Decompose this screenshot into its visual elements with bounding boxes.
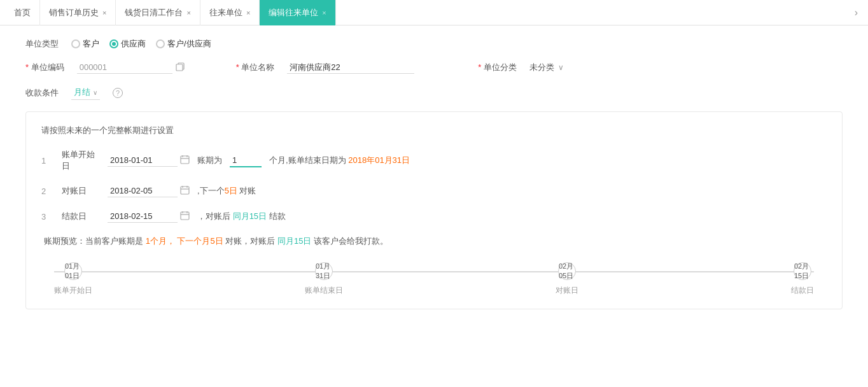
- payment-date-3-input[interactable]: [108, 210, 178, 223]
- unit-classify-label: 单位分类: [478, 62, 517, 73]
- radio-customer[interactable]: 客户: [71, 38, 99, 50]
- timeline-node-2: 02月05日 对账日: [556, 262, 578, 296]
- payment-date-2-wrapper: [108, 185, 190, 197]
- payment-term-select[interactable]: 月结 ∨: [71, 85, 100, 100]
- payment-date-3-wrapper: [108, 210, 190, 223]
- payment-row-3-highlight: 同月15日: [233, 211, 267, 221]
- payment-end-date-highlight: 2018年01月31日: [348, 155, 410, 165]
- unit-code-row: 单位编码 单位名称 单位分类 未分类 ∨: [25, 61, 843, 74]
- tab-cash-ledger[interactable]: 钱货日清工作台 ×: [116, 0, 200, 25]
- preview-label: 账期预览：当前客户账期是: [44, 236, 143, 246]
- radio-customer-supplier-circle: [156, 39, 165, 48]
- calendar-icon-2[interactable]: [180, 185, 190, 197]
- unit-classify-value: 未分类: [529, 62, 554, 73]
- payment-row-1-num: 1: [41, 156, 54, 165]
- payment-row-2-desc: ,下一个5日 对账: [197, 185, 256, 197]
- preview-text: 账期预览：当前客户账期是 1个月， 下一个月5日 对账，对账后 同月15日 该客…: [41, 236, 827, 247]
- unit-type-label: 单位类型: [25, 38, 59, 50]
- radio-supplier-circle: [109, 39, 118, 48]
- svg-rect-0: [176, 64, 183, 71]
- payment-row-3-label: 结款日: [62, 211, 100, 222]
- unit-name-input[interactable]: [287, 61, 414, 74]
- timeline-type-label-0: 账单开始日: [54, 285, 92, 296]
- timeline-nodes: 01月01日 账单开始日 01月31日 账单结束日 02月05日 对账日 02月…: [54, 262, 814, 296]
- timeline-dot-1: 01月31日: [315, 262, 333, 280]
- payment-term-value: 月结: [74, 87, 90, 98]
- unit-code-input[interactable]: [77, 61, 172, 74]
- help-icon[interactable]: ?: [113, 88, 123, 98]
- payment-row-1-unit: 个月,账单结束日期为 2018年01月31日: [269, 155, 410, 166]
- payment-row-2-label: 对账日: [62, 185, 100, 197]
- tabs-arrow-icon[interactable]: ›: [850, 7, 863, 18]
- payment-row-1-label: 账单开始日: [62, 149, 100, 172]
- timeline-node-3: 02月15日 结款日: [791, 262, 814, 296]
- unit-code-copy-icon[interactable]: [175, 62, 185, 74]
- payment-row-1-suffix: 账期为: [197, 155, 222, 166]
- unit-classify-wrapper[interactable]: 未分类 ∨: [529, 62, 564, 73]
- timeline-container: 01月01日 账单开始日 01月31日 账单结束日 02月05日 对账日 02月…: [41, 262, 827, 296]
- close-cash-ledger-icon[interactable]: ×: [186, 9, 190, 17]
- tab-edit-partner[interactable]: 编辑往来单位 ×: [260, 0, 335, 25]
- payment-row-3-desc: ，对账后 同月15日 结款: [197, 211, 286, 222]
- radio-customer-label: 客户: [83, 38, 99, 50]
- close-sales-history-icon[interactable]: ×: [102, 9, 106, 17]
- tab-cash-ledger-label: 钱货日清工作台: [125, 7, 183, 18]
- preview-part2: 下一个月5日: [177, 236, 223, 246]
- timeline-dot-3: 02月15日: [794, 262, 811, 280]
- unit-classify-chevron-icon: ∨: [558, 63, 564, 72]
- timeline-type-label-2: 对账日: [556, 285, 578, 296]
- preview-part1: 1个月，: [146, 236, 175, 246]
- payment-row-3-num: 3: [41, 212, 54, 222]
- payment-box: 请按照未来的一个完整帐期进行设置 1 账单开始日 账期为 个月,账单结束日期为 …: [25, 111, 843, 309]
- payment-row-2: 2 对账日 ,下一个5日 对账: [41, 185, 827, 197]
- svg-rect-1: [181, 156, 189, 164]
- tab-home[interactable]: 首页: [5, 0, 40, 25]
- main-content: 单位类型 客户 供应商 客户/供应商 单位编码 单位名称: [0, 25, 868, 387]
- timeline-type-label-3: 结款日: [791, 285, 814, 296]
- calendar-icon-3[interactable]: [180, 211, 190, 222]
- radio-customer-circle: [71, 39, 80, 48]
- preview-end: 该客户会给我打款。: [314, 236, 388, 246]
- radio-supplier[interactable]: 供应商: [109, 38, 146, 50]
- timeline-dot-0: 01月01日: [64, 262, 82, 280]
- tab-home-label: 首页: [14, 7, 31, 18]
- unit-code-label: 单位编码: [25, 62, 64, 73]
- radio-supplier-label: 供应商: [121, 38, 146, 50]
- payment-date-1-input[interactable]: [108, 154, 178, 167]
- tab-edit-partner-label: 编辑往来单位: [269, 7, 318, 18]
- close-edit-partner-icon[interactable]: ×: [322, 9, 326, 17]
- radio-customer-supplier[interactable]: 客户/供应商: [156, 38, 211, 50]
- unit-code-input-wrapper: [77, 61, 185, 74]
- preview-mid: 对账，对账后: [225, 236, 275, 246]
- payment-term-row: 收款条件 月结 ∨ ?: [25, 85, 843, 100]
- calendar-icon-1[interactable]: [180, 155, 190, 166]
- timeline-type-label-1: 账单结束日: [305, 285, 343, 296]
- payment-row-3: 3 结款日 ，对账后 同月15日 结款: [41, 210, 827, 223]
- unit-type-row: 单位类型 客户 供应商 客户/供应商: [25, 38, 843, 50]
- payment-date-1-wrapper: [108, 154, 190, 167]
- tab-partner-units-label: 往来单位: [209, 7, 242, 18]
- timeline-dot-2: 02月05日: [558, 262, 576, 280]
- tab-sales-history-label: 销售订单历史: [49, 7, 99, 18]
- payment-term-label: 收款条件: [25, 87, 59, 99]
- payment-row-2-highlight: 5日: [225, 186, 237, 195]
- payment-box-title: 请按照未来的一个完整帐期进行设置: [41, 125, 827, 136]
- timeline-node-1: 01月31日 账单结束日: [305, 262, 343, 296]
- tab-sales-history[interactable]: 销售订单历史 ×: [40, 0, 116, 25]
- tab-partner-units[interactable]: 往来单位 ×: [200, 0, 260, 25]
- payment-row-1: 1 账单开始日 账期为 个月,账单结束日期为 2018年01月31日: [41, 149, 827, 172]
- svg-rect-5: [181, 186, 189, 194]
- svg-rect-9: [181, 212, 189, 220]
- close-partner-units-icon[interactable]: ×: [246, 9, 250, 17]
- payment-date-2-input[interactable]: [108, 185, 178, 197]
- tabs-bar: 首页 销售订单历史 × 钱货日清工作台 × 往来单位 × 编辑往来单位 × ›: [0, 0, 868, 25]
- payment-row-2-num: 2: [41, 186, 54, 196]
- unit-name-label: 单位名称: [236, 62, 275, 73]
- payment-period-input[interactable]: [230, 154, 262, 167]
- preview-part3: 同月15日: [277, 236, 311, 246]
- timeline-node-0: 01月01日 账单开始日: [54, 262, 92, 296]
- payment-term-chevron-icon: ∨: [93, 89, 97, 96]
- radio-customer-supplier-label: 客户/供应商: [167, 38, 211, 50]
- radio-group-unit-type: 客户 供应商 客户/供应商: [71, 38, 211, 50]
